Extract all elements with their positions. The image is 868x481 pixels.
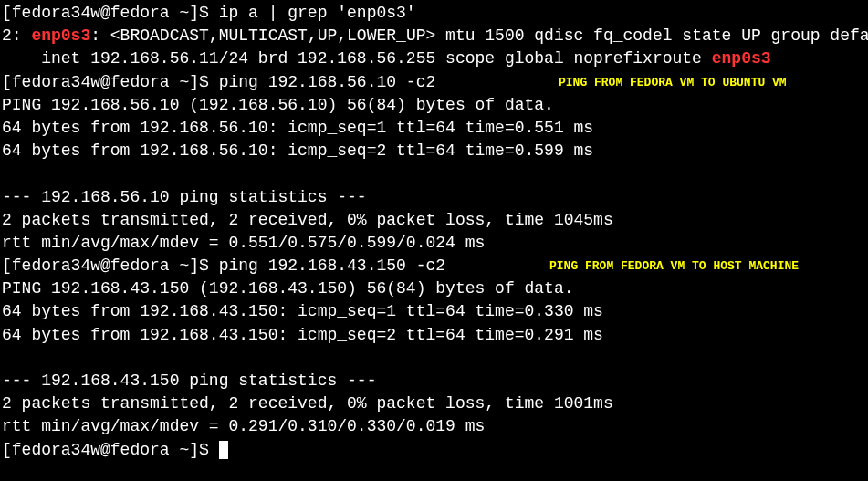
annotation-label: PING FROM FEDORA VM TO HOST MACHINE: [549, 258, 799, 275]
terminal-output: PING 192.168.43.150 (192.168.43.150) 56(…: [2, 277, 866, 300]
terminal-output: inet 192.168.56.11/24 brd 192.168.56.255…: [2, 47, 866, 70]
terminal-output: 2: enp0s3: <BROADCAST,MULTICAST,UP,LOWER…: [2, 25, 866, 47]
output-text: : <BROADCAST,MULTICAST,UP,LOWER_UP> mtu …: [90, 26, 868, 45]
command-text: ip a | grep 'enp0s3': [219, 4, 416, 22]
terminal-output: PING 192.168.56.10 (192.168.56.10) 56(84…: [2, 94, 866, 117]
terminal-line[interactable]: [fedora34w@fedora ~]$: [2, 439, 866, 462]
terminal-output: [2, 162, 866, 185]
terminal-output: rtt min/avg/max/mdev = 0.291/0.310/0.330…: [2, 415, 866, 438]
output-text: 2:: [2, 26, 31, 45]
terminal-output: 2 packets transmitted, 2 received, 0% pa…: [2, 209, 866, 232]
shell-prompt: [fedora34w@fedora ~]$: [2, 73, 219, 91]
terminal-output: [2, 347, 866, 370]
shell-prompt: [fedora34w@fedora ~]$: [2, 4, 219, 22]
command-text: ping 192.168.43.150 -c2: [219, 256, 445, 275]
terminal-output: --- 192.168.56.10 ping statistics ---: [2, 186, 866, 209]
terminal-output: 64 bytes from 192.168.43.150: icmp_seq=2…: [2, 324, 866, 347]
shell-prompt: [fedora34w@fedora ~]$: [2, 441, 219, 459]
interface-highlight: enp0s3: [712, 49, 771, 68]
terminal-output: 64 bytes from 192.168.43.150: icmp_seq=1…: [2, 300, 866, 323]
cursor: [219, 441, 228, 459]
terminal-line: [fedora34w@fedora ~]$ ip a | grep 'enp0s…: [2, 2, 866, 25]
terminal-output: 64 bytes from 192.168.56.10: icmp_seq=1 …: [2, 117, 866, 140]
shell-prompt: [fedora34w@fedora ~]$: [2, 256, 219, 275]
terminal-output: 64 bytes from 192.168.56.10: icmp_seq=2 …: [2, 140, 866, 162]
terminal-output: 2 packets transmitted, 2 received, 0% pa…: [2, 392, 866, 415]
terminal-output: rtt min/avg/max/mdev = 0.551/0.575/0.599…: [2, 232, 866, 255]
terminal-output: --- 192.168.43.150 ping statistics ---: [2, 370, 866, 392]
command-text: ping 192.168.56.10 -c2: [219, 73, 436, 91]
interface-highlight: enp0s3: [31, 26, 90, 45]
terminal-line: [fedora34w@fedora ~]$ ping 192.168.56.10…: [2, 71, 866, 94]
terminal-line: [fedora34w@fedora ~]$ ping 192.168.43.15…: [2, 255, 866, 277]
annotation-label: PING FROM FEDORA VM TO UBUNTU VM: [559, 75, 787, 91]
output-text: inet 192.168.56.11/24 brd 192.168.56.255…: [2, 49, 712, 68]
